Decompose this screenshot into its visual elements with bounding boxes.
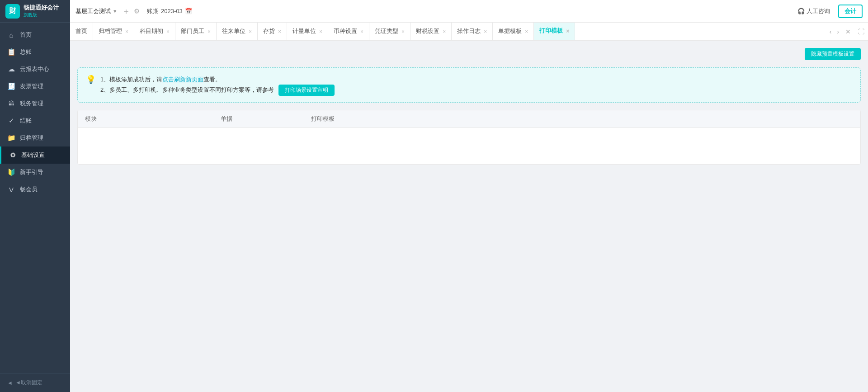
sidebar-label-guide: 新手引导 <box>20 168 43 176</box>
guide-icon: 🔰 <box>7 168 15 176</box>
tab-close-voucher_type[interactable]: × <box>401 28 405 35</box>
member-icon: V <box>7 186 15 194</box>
tab-inventory[interactable]: 存货× <box>258 23 287 41</box>
tab-print_template[interactable]: 打印模板× <box>534 23 575 41</box>
tab-single_template[interactable]: 单据模板× <box>493 23 534 41</box>
tab-label-inventory: 存货 <box>263 28 275 35</box>
tab-label-single_template: 单据模板 <box>498 28 522 35</box>
sidebar-item-reports[interactable]: ☁云报表中心 <box>0 61 70 78</box>
th-单据: 单据 <box>213 110 304 128</box>
sidebar-label-archive: 归档管理 <box>20 134 43 142</box>
tab-close-archive[interactable]: × <box>125 28 128 35</box>
tab-close-unit[interactable]: × <box>319 28 322 35</box>
tab-close-counterparty[interactable]: × <box>249 28 252 35</box>
tab-close-operation_log[interactable]: × <box>484 28 487 35</box>
org-selector[interactable]: 基层工会测试 ▾ <box>75 7 117 15</box>
service-button[interactable]: 🎧 人工咨询 <box>797 7 830 15</box>
tab-counterparty[interactable]: 往来单位× <box>217 23 258 41</box>
tab-subject[interactable]: 科目期初× <box>134 23 175 41</box>
table-header: 模块单据打印模板 <box>78 110 860 128</box>
content-header: 隐藏预置模板设置 <box>77 48 861 64</box>
tab-close-print_template[interactable]: × <box>566 28 569 34</box>
tab-close-inventory[interactable]: × <box>278 28 281 35</box>
archive-icon: 📁 <box>7 134 15 142</box>
sidebar-item-ledger[interactable]: 📋总账 <box>0 43 70 61</box>
tab-label-unit: 计量单位 <box>292 28 316 35</box>
tab-close-department[interactable]: × <box>208 28 211 35</box>
tab-close-currency[interactable]: × <box>360 28 363 35</box>
sidebar-nav: ⌂首页📋总账☁云报表中心🧾发票管理🏛税务管理✓结账📁归档管理⚙基础设置🔰新手引导… <box>0 23 70 373</box>
home-icon: ⌂ <box>7 31 15 39</box>
tab-tax_settings[interactable]: 财税设置× <box>410 23 452 41</box>
org-chevron-icon: ▾ <box>113 8 117 14</box>
tab-close-single_template[interactable]: × <box>525 28 528 35</box>
tab-department[interactable]: 部门员工× <box>175 23 217 41</box>
app-logo-icon: 财 <box>5 4 20 19</box>
accountant-button[interactable]: 会计 <box>838 5 863 18</box>
settings-icon: ⚙ <box>9 151 17 159</box>
tab-next-button[interactable]: › <box>834 23 842 41</box>
th-打印模板: 打印模板 <box>304 110 860 128</box>
th-模块: 模块 <box>78 110 213 128</box>
ledger-icon: 📋 <box>7 48 15 56</box>
tab-archive[interactable]: 归档管理× <box>93 23 134 41</box>
tab-label-voucher_type: 凭证类型 <box>375 28 398 35</box>
bulb-icon: 💡 <box>86 75 96 85</box>
notice-line1-prefix: 1、模板添加成功后，请 <box>100 76 162 83</box>
tab-voucher_type[interactable]: 凭证类型× <box>369 23 410 41</box>
print-scene-button[interactable]: 打印场景设置宣明 <box>278 85 335 96</box>
table-empty <box>78 128 860 164</box>
sidebar-item-invoice[interactable]: 🧾发票管理 <box>0 78 70 95</box>
tab-operation_log[interactable]: 操作日志× <box>452 23 493 41</box>
topbar: 基层工会测试 ▾ ＋ ⚙ 账期 2023-03 📅 🎧 人工咨询 会计 <box>70 0 868 23</box>
calendar-icon[interactable]: 📅 <box>185 8 192 14</box>
sidebar-label-tax: 税务管理 <box>20 99 43 108</box>
add-tab-button[interactable]: ＋ <box>122 6 130 17</box>
notice-box: 💡 1、模板添加成功后，请点击刷新新页面查看。 2、多员工、多打印机、多种业务类… <box>77 67 861 103</box>
sidebar-label-reports: 云报表中心 <box>20 65 49 73</box>
period-value: 2023-03 <box>161 8 183 14</box>
unpin-label: ◄取消固定 <box>15 379 42 387</box>
tab-label-department: 部门员工 <box>181 28 204 35</box>
unpin-icon: ◄ <box>7 380 13 386</box>
tab-label-counterparty: 往来单位 <box>222 28 245 35</box>
app-logo-text: 畅捷通好会计 旗舰版 <box>24 4 59 18</box>
tab-maximize-button[interactable]: ⛶ <box>854 23 868 41</box>
sidebar-item-tax[interactable]: 🏛税务管理 <box>0 95 70 112</box>
sidebar-item-settings[interactable]: ⚙基础设置 <box>0 146 70 164</box>
sidebar-item-settle[interactable]: ✓结账 <box>0 112 70 129</box>
sidebar-item-member[interactable]: V畅会员 <box>0 181 70 198</box>
org-name: 基层工会测试 <box>75 7 111 15</box>
tab-label-subject: 科目期初 <box>140 28 163 35</box>
period-display: 账期 2023-03 📅 <box>147 7 192 15</box>
sidebar-footer[interactable]: ◄ ◄取消固定 <box>0 373 70 392</box>
notice-refresh-link[interactable]: 点击刷新新页面 <box>162 76 203 83</box>
notice-line2: 2、多员工、多打印机、多种业务类型设置不同打印方案等，请参考 打印场景设置宣明 <box>100 85 335 96</box>
sidebar-item-home[interactable]: ⌂首页 <box>0 26 70 43</box>
notice-content: 1、模板添加成功后，请点击刷新新页面查看。 2、多员工、多打印机、多种业务类型设… <box>100 74 335 96</box>
tab-home[interactable]: 首页 <box>70 23 93 41</box>
sidebar-label-settings: 基础设置 <box>21 151 45 159</box>
tab-label-print_template: 打印模板 <box>539 27 563 35</box>
tab-close-all-button[interactable]: ✕ <box>842 23 854 41</box>
tab-label-home: 首页 <box>75 28 87 35</box>
app-logo-title: 畅捷通好会计 <box>24 4 59 12</box>
hide-preview-button[interactable]: 隐藏预置模板设置 <box>805 48 861 60</box>
sidebar-item-guide[interactable]: 🔰新手引导 <box>0 164 70 181</box>
sidebar-logo: 财 畅捷通好会计 旗舰版 <box>0 0 70 23</box>
tab-prev-button[interactable]: ‹ <box>827 23 835 41</box>
tab-unit[interactable]: 计量单位× <box>287 23 328 41</box>
settings-icon[interactable]: ⚙ <box>134 7 140 15</box>
settle-icon: ✓ <box>7 117 15 125</box>
tab-currency[interactable]: 币种设置× <box>328 23 369 41</box>
tab-actions: ‹ › ✕ ⛶ <box>827 23 868 41</box>
tab-label-archive: 归档管理 <box>99 28 122 35</box>
tab-label-tax_settings: 财税设置 <box>416 28 439 35</box>
content-area: 隐藏预置模板设置 💡 1、模板添加成功后，请点击刷新新页面查看。 2、多员工、多… <box>70 41 868 392</box>
tab-close-tax_settings[interactable]: × <box>443 28 446 35</box>
tab-label-currency: 币种设置 <box>334 28 357 35</box>
tab-close-subject[interactable]: × <box>166 28 170 35</box>
sidebar-item-archive[interactable]: 📁归档管理 <box>0 129 70 146</box>
sidebar-label-member: 畅会员 <box>20 185 38 194</box>
notice-line2-prefix: 2、多员工、多打印机、多种业务类型设置不同打印方案等，请参考 <box>100 86 274 93</box>
